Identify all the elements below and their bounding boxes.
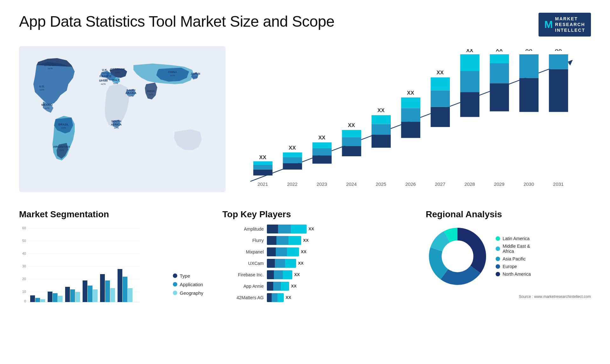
svg-rect-109 <box>58 296 63 302</box>
donut-chart-svg <box>426 225 489 288</box>
legend-item-type: Type <box>173 273 203 279</box>
svg-text:xx%: xx% <box>193 76 198 78</box>
svg-text:U.K.: U.K. <box>102 68 108 71</box>
player-bar-segment <box>267 259 275 268</box>
player-name: Flurry <box>222 238 264 243</box>
svg-rect-57 <box>371 115 390 124</box>
legend-label-geography: Geography <box>180 290 203 296</box>
svg-rect-65 <box>430 107 450 127</box>
svg-text:xx%: xx% <box>148 93 153 96</box>
segmentation-legend: Type Application Geography <box>173 273 203 305</box>
svg-text:xx%: xx% <box>59 149 64 152</box>
svg-rect-80 <box>519 78 539 112</box>
player-bar <box>267 236 301 245</box>
player-bar-segment <box>276 236 288 245</box>
player-bar-container: XX <box>267 236 407 245</box>
player-bar-segment <box>267 247 276 256</box>
svg-text:FRANCE: FRANCE <box>99 75 112 78</box>
regional-section: Regional Analysis <box>426 209 591 305</box>
svg-rect-52 <box>342 130 361 137</box>
svg-rect-121 <box>110 288 115 302</box>
player-bar <box>267 270 292 279</box>
svg-rect-104 <box>35 298 40 302</box>
page-container: App Data Statistics Tool Market Size and… <box>0 0 610 364</box>
player-bar <box>267 293 284 302</box>
svg-text:xx%: xx% <box>61 126 66 129</box>
svg-rect-85 <box>549 69 568 112</box>
player-row: 42Matters AG XX <box>222 293 407 302</box>
svg-text:BRAZIL: BRAZIL <box>58 123 69 126</box>
header: App Data Statistics Tool Market Size and… <box>19 13 591 37</box>
svg-rect-37 <box>253 161 272 165</box>
svg-text:MEXICO: MEXICO <box>41 103 53 106</box>
svg-text:CANADA: CANADA <box>44 64 57 67</box>
label-middle-east-africa: Middle East &Africa <box>503 244 530 254</box>
player-bar-container: XX <box>267 282 407 291</box>
svg-rect-103 <box>30 295 35 302</box>
legend-europe: Europe <box>496 264 531 269</box>
svg-text:XX: XX <box>555 49 562 52</box>
svg-text:AFRICA: AFRICA <box>111 123 122 126</box>
bar-chart-svg: XX 2021 XX 2022 XX 2023 <box>241 49 581 195</box>
regional-title: Regional Analysis <box>426 209 591 219</box>
svg-text:2025: 2025 <box>104 304 111 304</box>
svg-rect-35 <box>253 169 272 175</box>
legend-item-geography: Geography <box>173 290 203 296</box>
svg-text:XX: XX <box>318 135 326 141</box>
svg-rect-81 <box>519 54 539 78</box>
player-name: UXCam <box>222 261 264 266</box>
svg-rect-61 <box>401 108 420 122</box>
svg-text:2026: 2026 <box>121 304 128 304</box>
svg-rect-76 <box>490 63 509 83</box>
svg-text:2022: 2022 <box>51 304 58 304</box>
svg-rect-124 <box>123 277 127 302</box>
player-bar-segment <box>276 247 287 256</box>
player-bar-segment <box>278 225 291 233</box>
svg-text:XX: XX <box>348 122 355 128</box>
player-row: Flurry XX <box>222 236 407 245</box>
player-bar-segment <box>275 259 285 268</box>
player-bar-segment <box>287 247 299 256</box>
donut-container: Latin America Middle East &Africa Asia P… <box>426 225 591 288</box>
svg-rect-56 <box>371 124 390 134</box>
legend-dot-geography <box>173 291 177 295</box>
svg-text:xx%: xx% <box>48 67 52 70</box>
svg-text:2031: 2031 <box>553 182 564 187</box>
svg-text:20: 20 <box>22 277 26 281</box>
svg-text:2026: 2026 <box>405 182 416 187</box>
svg-text:JAPAN: JAPAN <box>191 72 200 75</box>
seg-chart-svg: 60 50 40 30 20 10 0 <box>19 225 140 304</box>
logo-box: M MARKET RESEARCH INTELLECT <box>539 13 591 37</box>
svg-text:xx%: xx% <box>44 107 49 110</box>
bar-chart-section: XX 2021 XX 2022 XX 2023 <box>238 46 591 200</box>
svg-rect-70 <box>460 92 479 117</box>
legend-label-application: Application <box>180 282 203 287</box>
svg-rect-67 <box>430 77 450 90</box>
svg-text:ARGENTINA: ARGENTINA <box>53 145 70 148</box>
player-bar-segment <box>281 282 289 291</box>
svg-rect-125 <box>128 288 132 302</box>
svg-rect-60 <box>401 122 420 138</box>
svg-rect-62 <box>401 97 420 108</box>
svg-rect-113 <box>75 292 80 302</box>
svg-text:XX: XX <box>496 49 503 53</box>
player-bar-container: XX <box>267 225 407 233</box>
player-name: Amplitude <box>222 226 264 232</box>
svg-rect-47 <box>312 142 331 148</box>
svg-rect-123 <box>118 269 122 302</box>
svg-rect-111 <box>65 287 70 302</box>
svg-text:XX: XX <box>407 90 414 96</box>
svg-rect-71 <box>460 71 479 92</box>
svg-rect-116 <box>88 286 92 302</box>
legend-label-type: Type <box>180 273 190 279</box>
player-value: XX <box>291 284 296 288</box>
svg-point-132 <box>442 241 473 272</box>
svg-text:2030: 2030 <box>524 182 534 187</box>
segmentation-section: Market Segmentation 60 50 40 30 20 10 0 <box>19 209 203 305</box>
player-bar-segment <box>273 282 281 291</box>
svg-text:2021: 2021 <box>257 182 268 187</box>
player-bar-segment <box>267 225 278 233</box>
regional-legend: Latin America Middle East &Africa Asia P… <box>496 236 531 277</box>
legend-middle-east-africa: Middle East &Africa <box>496 244 531 254</box>
player-value: XX <box>303 238 308 243</box>
